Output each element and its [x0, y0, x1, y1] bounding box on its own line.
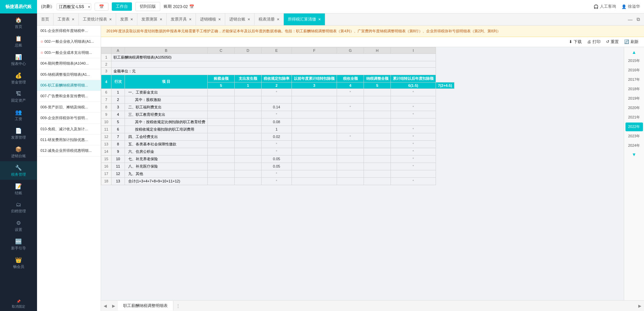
row-col-d[interactable]	[235, 133, 262, 140]
row-col-f[interactable]	[292, 170, 337, 177]
sidebar-item-settings[interactable]: ⚙ 设置	[0, 216, 37, 235]
year-2019[interactable]: 2019年	[625, 94, 643, 103]
sidebar-item-salary[interactable]: 👥 工资	[0, 106, 37, 124]
row-col-i[interactable]: *	[391, 89, 436, 96]
tab-income-tax[interactable]: 所得税汇算清缴 ✕	[284, 13, 325, 26]
row-col-g[interactable]	[337, 177, 364, 185]
row-col-h[interactable]	[364, 177, 391, 185]
row-col-c[interactable]	[208, 103, 235, 111]
row-col-d[interactable]	[235, 170, 262, 177]
row-col-d[interactable]	[235, 140, 262, 148]
sidebar-item-tax[interactable]: 🔧 税务管理	[0, 161, 37, 180]
tab-close-invoice[interactable]: ✕	[130, 18, 133, 21]
tab-invoice-issue[interactable]: 发票开具 ✕	[167, 13, 196, 26]
tab-stock-ledger[interactable]: 进销台账 ✕	[225, 13, 255, 26]
row-col-g[interactable]	[337, 155, 364, 163]
tab-salary-table[interactable]: 工资表 ✕	[54, 13, 79, 26]
row-col-g[interactable]	[337, 170, 364, 177]
service-button[interactable]: 🎧 人工客询	[594, 4, 616, 9]
row-col-i[interactable]	[391, 96, 436, 103]
row-col-e[interactable]: 0.05	[262, 155, 292, 163]
row-col-h[interactable]	[364, 163, 391, 170]
row-col-g[interactable]	[337, 148, 364, 155]
list-item-003[interactable]: ⊙ 003-一般企业成本支出明细...	[37, 47, 101, 58]
year-2022[interactable]: 2022年	[625, 123, 643, 131]
next-sheet-btn[interactable]: ▶	[109, 304, 118, 308]
row-col-h[interactable]	[364, 155, 391, 163]
year-2020[interactable]: 2020年	[625, 104, 643, 112]
period-calendar-icon[interactable]: 📅	[189, 4, 194, 9]
sheet-main[interactable]: A B C D E F G H I	[101, 47, 624, 301]
list-item-004[interactable]: 004-期间费用明细表(A1040...	[37, 58, 101, 69]
tab-close-tax-book[interactable]: ✕	[277, 18, 279, 21]
list-item-011[interactable]: 011-研发费用加计扣除优惠...	[37, 135, 101, 145]
year-2018[interactable]: 2018年	[625, 85, 643, 94]
list-item-008[interactable]: 008-资产折旧、摊销及纳税...	[37, 102, 101, 113]
download-button[interactable]: ⬇ 下载	[569, 39, 582, 45]
row-col-e[interactable]: *	[262, 89, 292, 96]
company-dropdown[interactable]: 江西般宝-LSS	[57, 3, 91, 10]
row-col-c[interactable]	[208, 155, 235, 163]
row-col-h[interactable]	[364, 103, 391, 111]
row-col-i[interactable]: *	[391, 177, 436, 185]
calendar-icon-btn[interactable]: 📅	[95, 3, 108, 11]
row-col-d[interactable]	[235, 163, 262, 170]
row-col-c[interactable]	[208, 118, 235, 126]
row-col-i[interactable]: *	[391, 111, 436, 118]
maximize-button[interactable]: ⧉	[635, 16, 641, 23]
tab-home[interactable]: 首页	[37, 13, 54, 26]
sidebar-item-stock[interactable]: 📦 进销台账	[0, 143, 37, 161]
sidebar-item-invoice[interactable]: 📄 发票管理	[0, 124, 37, 143]
tab-close-stock[interactable]: ✕	[247, 18, 250, 21]
tab-close-income-tax[interactable]: ✕	[318, 18, 321, 21]
tab-close-stats[interactable]: ✕	[109, 18, 112, 21]
list-item-005[interactable]: 005-纳税调整项目明细表(A1...	[37, 69, 101, 80]
row-col-e[interactable]: 0.05	[262, 163, 292, 170]
prev-sheet-btn[interactable]: ◀	[101, 304, 109, 308]
row-col-i[interactable]: *	[391, 163, 436, 170]
list-item-010[interactable]: 010-免税、减计收入及加计...	[37, 124, 101, 135]
row-col-g[interactable]: *	[337, 103, 364, 111]
year-2017[interactable]: 2017年	[625, 75, 643, 84]
row-col-e[interactable]: 0.02	[262, 133, 292, 140]
row-col-c[interactable]	[208, 140, 235, 148]
row-col-e[interactable]: *	[262, 148, 292, 155]
row-col-g[interactable]	[337, 111, 364, 118]
sheet-tab-actions[interactable]: ⋮	[173, 304, 183, 308]
list-item-006[interactable]: 006-职工薪酬纳税调整明细...	[37, 80, 101, 91]
sidebar-item-assets[interactable]: 🏗 固定资产	[0, 88, 37, 106]
row-col-h[interactable]	[364, 96, 391, 103]
row-col-g[interactable]	[337, 96, 364, 103]
sidebar-item-home[interactable]: 🏠 首页	[0, 13, 37, 32]
row-col-e[interactable]: 1	[262, 126, 292, 133]
row-col-d[interactable]	[235, 126, 262, 133]
row-col-f[interactable]	[292, 126, 337, 133]
row-col-d[interactable]	[235, 89, 262, 96]
row-col-h[interactable]	[364, 126, 391, 133]
row-col-f[interactable]	[292, 163, 337, 170]
workbench-button[interactable]: 工作台	[112, 2, 132, 11]
row-col-d[interactable]	[235, 155, 262, 163]
tab-salary-stats[interactable]: 工资统计报表 ✕	[79, 13, 116, 26]
row-col-d[interactable]	[235, 148, 262, 155]
row-col-e[interactable]: *	[262, 170, 292, 177]
tab-invoice-calc[interactable]: 发票测算 ✕	[137, 13, 167, 26]
row-col-i[interactable]: *	[391, 103, 436, 111]
row-col-e[interactable]: *	[262, 140, 292, 148]
reset-button[interactable]: ↺ 重置	[606, 39, 619, 45]
row-col-d[interactable]	[235, 103, 262, 111]
row-col-h[interactable]	[364, 118, 391, 126]
list-item-009[interactable]: 009-企业所得税弥补亏损明...	[37, 113, 101, 124]
row-col-g[interactable]	[337, 118, 364, 126]
year-2021[interactable]: 2021年	[625, 113, 643, 122]
year-2023[interactable]: 2023年	[625, 132, 643, 141]
refresh-button[interactable]: 🔄 刷新	[624, 39, 639, 45]
row-col-e[interactable]: 0.14	[262, 103, 292, 111]
row-col-h[interactable]	[364, 148, 391, 155]
row-col-i[interactable]: *	[391, 155, 436, 163]
sidebar-item-vip[interactable]: 👑 畅会员	[0, 253, 37, 272]
cancel-fixed-button[interactable]: 📌 取消固定	[0, 298, 37, 311]
switch-old-button[interactable]: 切到旧版	[135, 2, 160, 11]
year-2015[interactable]: 2015年	[625, 57, 643, 65]
tab-audit[interactable]: 进销稽核 ✕	[196, 13, 225, 26]
